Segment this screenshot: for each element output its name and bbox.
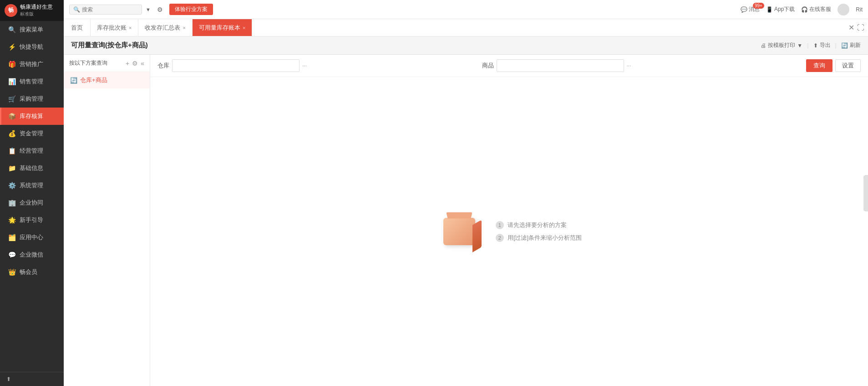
hint-1: 1 请先选择要分析的方案 [496,221,582,229]
phone-icon: 📱 [766,6,773,13]
app-download-label: App下载 [774,5,795,13]
sidebar-item-enterprise[interactable]: 🏢 企业协同 [0,194,64,211]
content-area: 按以下方案查询 + ⚙ « 🔄 仓库+商品 仓库 ··· [64,55,868,386]
sidebar-item-operations[interactable]: 📋 经营管理 [0,142,64,160]
sidebar-item-basic[interactable]: 📁 基础信息 [0,160,64,177]
system-icon: ⚙️ [8,181,16,190]
message-button[interactable]: 💬 消息 99+ [741,5,760,13]
headset-icon: 🎧 [801,6,808,13]
apps-icon: 🗂️ [8,233,16,242]
sidebar-item-marketing[interactable]: 🎁 营销推广 [0,56,64,73]
sidebar-item-purchase[interactable]: 🛒 采购管理 [0,90,64,108]
print-button[interactable]: 🖨 按模板打印 ▼ [761,41,802,49]
sidebar-item-label: 采购管理 [20,95,43,103]
query-button[interactable]: 查询 [806,59,832,72]
left-panel: 按以下方案查询 + ⚙ « 🔄 仓库+商品 [64,55,150,386]
empty-illustration [437,209,482,254]
operations-icon: 📋 [8,147,16,155]
app-download-button[interactable]: 📱 App下载 [766,5,795,13]
hint-2: 2 用[过滤]条件来缩小分析范围 [496,234,582,242]
warehouse-filter-group: 仓库 ··· [157,59,477,72]
left-panel-title: 按以下方案查询 [69,59,107,67]
empty-state: 1 请先选择要分析的方案 2 用[过滤]条件来缩小分析范围 [150,77,868,386]
sidebar-item-system[interactable]: ⚙️ 系统管理 [0,177,64,194]
user-avatar[interactable] [838,4,849,15]
gear-icon[interactable]: ⚙ [154,5,166,14]
sidebar-item-inventory[interactable]: 📦 库存核算 [0,108,64,125]
filter-row: 仓库 ··· 商品 ··· 查询 设置 [150,55,868,77]
chevron-down-icon[interactable]: ▼ [146,7,151,12]
sidebar-item-label: 系统管理 [20,181,43,190]
collapse-panel-button[interactable]: « [141,60,144,67]
basic-icon: 📁 [8,164,16,172]
export-button[interactable]: ⬆ 导出 [813,41,831,49]
print-chevron-icon: ▼ [797,42,802,49]
topbar-search-box[interactable]: 🔍 [69,5,142,15]
industry-solution-button[interactable]: 体验行业方案 [169,4,213,15]
box-icon [443,218,475,245]
hint-1-num: 1 [496,221,504,229]
refresh-button[interactable]: 🔄 刷新 [841,41,861,49]
box-face [472,220,482,252]
separator: | [807,42,808,49]
right-scrollbar[interactable] [863,175,868,211]
wechat-icon: 💬 [8,251,16,259]
member-icon: 👑 [8,268,16,276]
tab-home[interactable]: 首页 [64,19,91,36]
page-header: 可用量查询(按仓库+商品) 🖨 按模板打印 ▼ | ⬆ 导出 | 🔄 刷新 [64,36,868,55]
goods-label: 商品 [482,62,494,70]
sidebar-item-label: 企业微信 [20,251,43,259]
settings-scheme-button[interactable]: ⚙ [132,60,138,67]
online-service-button[interactable]: 🎧 在线客服 [801,5,831,13]
scheme-label: 仓库+商品 [80,76,107,84]
sidebar-item-sales[interactable]: 📊 销售管理 [0,73,64,90]
empty-hints: 1 请先选择要分析的方案 2 用[过滤]条件来缩小分析范围 [496,221,582,242]
brand-name: 畅康通好生意 [20,4,53,11]
scheme-icon: 🔄 [70,77,77,84]
tab-summary-label: 收发存汇总表 [145,24,180,32]
sidebar-settings-icon: ⬆ [6,376,11,382]
brand-tag: 标准版 [20,11,53,17]
sidebar: 畅 畅康通好生意 标准版 🔍 搜索菜单 ⚡ 快捷导航 🎁 营销推广 📊 销售管理… [0,0,64,386]
warehouse-more-button[interactable]: ··· [302,62,307,69]
goods-filter-group: 商品 ··· [482,59,801,72]
scheme-item-warehouse-goods[interactable]: 🔄 仓库+商品 [64,72,150,88]
sidebar-item-shortcut[interactable]: ⚡ 快捷导航 [0,38,64,56]
filter-action-buttons: 查询 设置 [806,59,861,72]
tab-summary[interactable]: 收发存汇总表 × [138,19,192,36]
tab-available-close[interactable]: × [243,25,245,31]
main-area: 🔍 ▼ ⚙ 体验行业方案 💬 消息 99+ 📱 App下载 🎧 在线客服 Rit [64,0,868,386]
tab-available[interactable]: 可用量库存账本 × [193,19,252,36]
expand-button[interactable]: ⛶ [857,24,864,32]
search-input[interactable] [82,6,137,13]
sidebar-item-apps[interactable]: 🗂️ 应用中心 [0,229,64,246]
tab-batch[interactable]: 库存批次账 × [91,19,138,36]
tab-batch-close[interactable]: × [129,25,132,31]
topbar: 🔍 ▼ ⚙ 体验行业方案 💬 消息 99+ 📱 App下载 🎧 在线客服 Rit [64,0,868,19]
sidebar-item-search[interactable]: 🔍 搜索菜单 [0,21,64,38]
goods-more-button[interactable]: ··· [627,62,631,69]
finance-icon: 💰 [8,129,16,138]
page-actions: 🖨 按模板打印 ▼ | ⬆ 导出 | 🔄 刷新 [761,41,861,49]
page-title: 可用量查询(按仓库+商品) [71,41,148,50]
sidebar-item-finance[interactable]: 💰 资金管理 [0,125,64,142]
add-scheme-button[interactable]: + [126,60,129,67]
settings-button[interactable]: 设置 [835,59,861,72]
purchase-icon: 🛒 [8,95,16,103]
goods-input[interactable] [497,59,624,72]
close-tab-button[interactable]: ✕ [848,23,854,32]
enterprise-icon: 🏢 [8,199,16,207]
shortcut-icon: ⚡ [8,43,16,51]
sidebar-item-guide[interactable]: 🌟 新手引导 [0,211,64,229]
tab-batch-label: 库存批次账 [97,24,127,32]
sidebar-item-label: 资金管理 [20,129,43,138]
sidebar-item-member[interactable]: 👑 畅会员 [0,263,64,281]
hint-2-text: 用[过滤]条件来缩小分析范围 [508,234,582,242]
tab-summary-close[interactable]: × [183,25,185,31]
sidebar-item-wechat[interactable]: 💬 企业微信 [0,246,64,263]
tabs-bar: 首页 库存批次账 × 收发存汇总表 × 可用量库存账本 × ✕ ⛶ [64,19,868,36]
search-nav-icon: 🔍 [8,26,16,34]
sidebar-bottom[interactable]: ⬆ [0,372,64,386]
warehouse-input[interactable] [172,59,299,72]
separator2: | [835,42,837,49]
